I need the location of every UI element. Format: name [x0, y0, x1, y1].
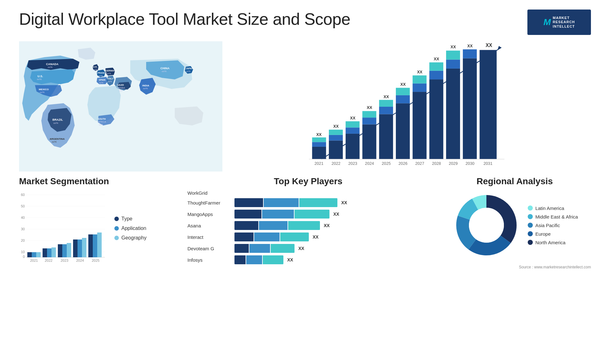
dot-latin-america: [528, 206, 533, 211]
svg-text:CHINA: CHINA: [160, 67, 170, 70]
svg-rect-110: [73, 239, 78, 257]
svg-text:INDIA: INDIA: [142, 84, 149, 87]
donut-chart: [451, 190, 521, 260]
svg-text:AFRICA: AFRICA: [98, 121, 106, 123]
svg-text:xx%: xx%: [93, 69, 97, 71]
dot-north-america: [528, 240, 533, 245]
svg-text:2021: 2021: [315, 161, 323, 166]
svg-text:XX: XX: [451, 45, 456, 49]
svg-text:xx%: xx%: [98, 75, 103, 77]
svg-rect-38: [329, 140, 343, 159]
player-bars-infosys: [234, 255, 283, 264]
logo-text: MARKET RESEARCH INTELLECT: [553, 16, 575, 29]
svg-text:XX: XX: [485, 43, 492, 48]
header: Digital Workplace Tool Market Size and S…: [19, 10, 591, 35]
svg-rect-58: [413, 92, 427, 159]
svg-text:SOUTH: SOUTH: [98, 118, 106, 120]
svg-text:BRAZIL: BRAZIL: [52, 118, 63, 121]
svg-text:xx%: xx%: [99, 82, 103, 84]
svg-text:2021: 2021: [30, 259, 38, 262]
players-section: Top Key Players WorkGrid ThoughtFarmer X…: [184, 176, 432, 269]
label-latin-america: Latin America: [535, 206, 564, 211]
svg-text:SAUDI: SAUDI: [117, 84, 124, 86]
svg-text:xx%: xx%: [162, 70, 166, 73]
label-asia-pacific: Asia Pacific: [535, 223, 560, 228]
svg-rect-64: [429, 62, 443, 71]
svg-text:30: 30: [21, 227, 25, 231]
svg-rect-56: [396, 88, 410, 95]
legend-label-geography: Geography: [121, 235, 146, 241]
svg-text:2026: 2026: [398, 161, 407, 166]
svg-rect-52: [379, 100, 393, 107]
svg-rect-113: [88, 234, 93, 257]
player-bars-interact: [234, 233, 309, 241]
svg-rect-48: [363, 111, 376, 118]
svg-rect-114: [93, 234, 97, 257]
svg-text:FRANCE: FRANCE: [98, 72, 107, 74]
svg-rect-71: [463, 49, 477, 58]
svg-rect-47: [363, 118, 376, 124]
svg-text:2023: 2023: [61, 259, 68, 262]
svg-text:2028: 2028: [432, 161, 441, 166]
svg-rect-107: [58, 244, 62, 257]
legend-label-type: Type: [121, 216, 132, 222]
svg-text:xx%: xx%: [37, 78, 42, 81]
svg-rect-70: [463, 58, 477, 159]
svg-text:xx%: xx%: [53, 122, 58, 125]
svg-text:ITALY: ITALY: [107, 78, 113, 80]
segmentation-chart: 60 50 40 30 20 10 0: [19, 190, 108, 263]
svg-rect-73: [480, 50, 497, 159]
svg-rect-67: [446, 60, 460, 69]
svg-text:2029: 2029: [449, 161, 458, 166]
svg-rect-39: [329, 135, 343, 141]
svg-text:SPAIN: SPAIN: [99, 79, 105, 81]
player-bars-devoteam: [234, 244, 295, 253]
svg-text:XX: XX: [434, 57, 439, 61]
regional-legend: Latin America Middle East & Africa Asia …: [528, 206, 578, 245]
svg-text:2025: 2025: [382, 161, 391, 166]
label-europe: Europe: [535, 231, 551, 237]
segmentation-title: Market Segmentation: [19, 176, 178, 186]
legend-europe: Europe: [528, 231, 578, 237]
dot-mea: [528, 214, 533, 219]
label-mea: Middle East & Africa: [535, 214, 578, 219]
legend-label-application: Application: [121, 226, 146, 231]
svg-text:XX: XX: [383, 95, 389, 99]
svg-text:10: 10: [21, 250, 25, 254]
svg-text:2022: 2022: [45, 259, 52, 262]
legend-latin-america: Latin America: [528, 206, 578, 211]
svg-rect-50: [379, 114, 393, 159]
svg-text:CANADA: CANADA: [46, 63, 58, 66]
legend-geography: Geography: [114, 235, 146, 241]
svg-text:2024: 2024: [76, 259, 84, 262]
svg-text:2031: 2031: [484, 161, 492, 166]
svg-rect-108: [62, 244, 67, 257]
svg-text:xx%: xx%: [108, 80, 112, 83]
svg-text:ARGENTINA: ARGENTINA: [50, 138, 65, 140]
svg-text:XX: XX: [467, 44, 473, 48]
svg-rect-102: [32, 252, 36, 257]
legend-dot-type: [114, 217, 119, 221]
svg-rect-115: [97, 233, 102, 257]
svg-text:XX: XX: [333, 124, 339, 129]
svg-rect-62: [429, 79, 443, 159]
player-row-workgrid: WorkGrid: [187, 190, 429, 196]
svg-rect-106: [51, 247, 56, 257]
svg-text:60: 60: [21, 193, 25, 197]
svg-point-128: [469, 208, 504, 243]
legend-type: Type: [114, 216, 146, 222]
regional-section: Regional Analysis: [438, 176, 591, 269]
page-title: Digital Workplace Tool Market Size and S…: [19, 10, 350, 29]
svg-text:JAPAN: JAPAN: [186, 67, 193, 70]
logo-letter: M: [543, 17, 551, 27]
svg-rect-46: [363, 125, 376, 159]
svg-rect-34: [312, 147, 326, 159]
svg-text:xx%: xx%: [107, 72, 111, 75]
svg-text:0: 0: [23, 255, 25, 259]
svg-rect-42: [346, 134, 360, 159]
svg-rect-112: [82, 238, 86, 257]
svg-text:2025: 2025: [92, 259, 99, 262]
world-map-section: CANADA xx% U.S. xx% MEXICO xx% BRAZIL xx…: [19, 41, 222, 172]
player-row-asana: Asana XX: [187, 221, 429, 230]
label-north-america: North America: [535, 240, 566, 245]
